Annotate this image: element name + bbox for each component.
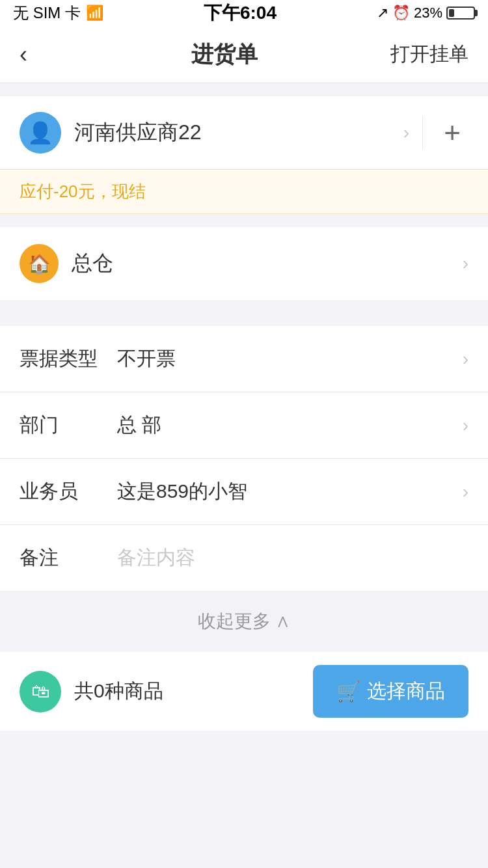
remark-row[interactable]: 备注 备注内容	[0, 525, 488, 591]
product-bag-icon: 🛍	[31, 681, 49, 702]
status-time: 下午6:04	[204, 1, 277, 25]
department-value: 总 部	[104, 412, 463, 439]
department-chevron-icon: ›	[463, 415, 468, 436]
supplier-card: 👤 河南供应商22 › + 应付-20元，现结	[0, 96, 488, 214]
alarm-icon: ⏰	[392, 5, 410, 21]
wifi-icon: 📶	[86, 5, 103, 21]
back-button[interactable]: ‹	[20, 41, 59, 68]
salesperson-row[interactable]: 业务员 这是859的小智 ›	[0, 459, 488, 525]
bottom-bar: 🛍 共0种商品 🛒 选择商品	[0, 652, 488, 731]
remark-label: 备注	[20, 545, 104, 571]
collapse-label: 收起更多 ∧	[198, 609, 291, 634]
salesperson-chevron-icon: ›	[463, 481, 468, 502]
section-divider-top	[0, 83, 488, 96]
supplier-row[interactable]: 👤 河南供应商22 › +	[0, 96, 488, 170]
remark-value[interactable]: 备注内容	[104, 545, 468, 571]
status-right: ↗ ⏰ 23%	[377, 5, 475, 21]
supplier-avatar: 👤	[20, 112, 61, 154]
supplier-name: 河南供应商22	[74, 118, 403, 147]
gray-fill-area	[0, 731, 488, 868]
collapse-button[interactable]: 收起更多 ∧	[0, 591, 488, 652]
page-title: 进货单	[191, 40, 258, 70]
invoice-type-value: 不开票	[104, 346, 463, 372]
battery-percentage: 23%	[414, 5, 442, 21]
warehouse-chevron-icon: ›	[463, 253, 468, 274]
notice-bar: 应付-20元，现结	[0, 170, 488, 214]
nav-bar: ‹ 进货单 打开挂单	[0, 26, 488, 83]
invoice-type-label: 票据类型	[20, 346, 104, 372]
section-divider-2	[0, 214, 488, 227]
warehouse-card[interactable]: 🏠 总仓 ›	[0, 227, 488, 300]
carrier-label: 无 SIM 卡	[13, 3, 81, 23]
open-pending-button[interactable]: 打开挂单	[390, 41, 468, 68]
form-section: 票据类型 不开票 › 部门 总 部 › 业务员 这是859的小智 › 备注 备注…	[0, 326, 488, 591]
warehouse-row[interactable]: 🏠 总仓 ›	[0, 227, 488, 300]
status-bar: 无 SIM 卡 📶 下午6:04 ↗ ⏰ 23%	[0, 0, 488, 26]
select-product-button[interactable]: 🛒 选择商品	[313, 665, 468, 718]
warehouse-icon-wrap: 🏠	[20, 244, 59, 283]
status-left: 无 SIM 卡 📶	[13, 3, 103, 23]
warehouse-icon: 🏠	[28, 253, 51, 275]
add-supplier-button[interactable]: +	[436, 116, 468, 149]
battery-icon	[446, 7, 475, 20]
salesperson-label: 业务员	[20, 478, 104, 505]
vertical-divider	[422, 116, 423, 149]
person-icon: 👤	[27, 120, 53, 145]
notice-text: 应付-20元，现结	[20, 182, 146, 201]
invoice-type-row[interactable]: 票据类型 不开票 ›	[0, 326, 488, 392]
invoice-type-chevron-icon: ›	[463, 349, 468, 370]
select-product-label: 选择商品	[367, 678, 445, 705]
supplier-chevron-icon: ›	[403, 122, 409, 143]
section-divider-3	[0, 300, 488, 313]
department-row[interactable]: 部门 总 部 ›	[0, 392, 488, 459]
location-icon: ↗	[377, 5, 388, 21]
product-count-text: 共0种商品	[74, 678, 313, 705]
product-icon-wrap: 🛍	[20, 671, 61, 712]
salesperson-value: 这是859的小智	[104, 478, 463, 505]
select-product-icon: 🛒	[336, 680, 360, 703]
warehouse-name: 总仓	[72, 249, 463, 278]
department-label: 部门	[20, 412, 104, 439]
